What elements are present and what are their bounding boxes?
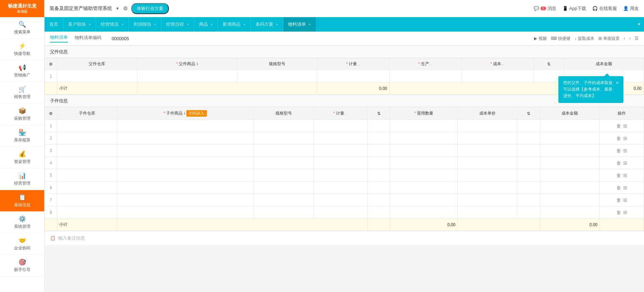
child-cell-req-qty-8[interactable] (390, 206, 457, 219)
copy-icon-7[interactable]: ⊞ (623, 197, 627, 203)
single-settings-btn[interactable]: ⊞ 单据设置 (598, 36, 620, 42)
nav-prev-icon[interactable]: ‹ (624, 36, 625, 41)
child-cell-unit-5[interactable] (313, 169, 367, 182)
parent-col-sort[interactable]: ⇅ (534, 58, 564, 70)
delete-icon-5[interactable]: 🗑 (616, 173, 621, 178)
child-cell-unit-2[interactable] (313, 132, 367, 144)
user-item[interactable]: 👤 用友 (623, 5, 639, 12)
shortcut-btn[interactable]: ⌨ 快捷键 (551, 36, 570, 42)
tab-ops-status[interactable]: 经营情况 × (96, 17, 128, 32)
child-cell-warehouse-4[interactable] (57, 157, 117, 169)
nav-next-icon[interactable]: › (629, 36, 631, 41)
child-cell-goods-2[interactable] (117, 132, 254, 144)
copy-icon-5[interactable]: ⊞ (623, 173, 627, 178)
sidebar-item-marketing[interactable]: 📢 营销推广 (0, 60, 44, 82)
tab-goods[interactable]: 商品 × (194, 17, 218, 32)
child-cell-goods-8[interactable] (117, 206, 254, 219)
child-cell-goods-4[interactable] (117, 157, 254, 169)
child-cell-spec-3[interactable] (254, 144, 314, 157)
child-cell-cost-unit-8[interactable] (458, 206, 518, 219)
trial-button[interactable]: 体验行业方案 (131, 3, 169, 14)
tab-new-goods[interactable]: 新增商品 × (218, 17, 250, 32)
child-cell-goods-5[interactable] (117, 169, 254, 182)
delete-icon-8[interactable]: 🗑 (616, 210, 621, 215)
child-cell-unit-7[interactable] (313, 194, 367, 206)
tab-customer-close[interactable]: × (89, 22, 91, 26)
child-cell-goods-1[interactable] (117, 120, 254, 132)
child-cell-unit-4[interactable] (313, 157, 367, 169)
child-cell-req-qty-7[interactable] (390, 194, 457, 206)
child-cell-unit-1[interactable] (313, 120, 367, 132)
parent-cell-spec-1[interactable] (237, 70, 317, 82)
child-cell-req-qty-1[interactable] (390, 120, 457, 132)
child-cell-cost-unit-3[interactable] (458, 144, 518, 157)
delete-icon-1[interactable]: 🗑 (616, 123, 621, 129)
parent-cell-production-1[interactable] (389, 70, 462, 82)
copy-icon-3[interactable]: ⊞ (623, 148, 627, 153)
parent-col-settings[interactable]: ⚙ (45, 58, 57, 70)
sidebar-item-basic-info[interactable]: 📋 基础信息 (0, 190, 44, 212)
child-cell-warehouse-5[interactable] (57, 169, 117, 182)
child-cell-req-qty-3[interactable] (390, 144, 457, 157)
sidebar-item-collab[interactable]: 🤝 企业协同 (0, 233, 44, 255)
delete-icon-7[interactable]: 🗑 (616, 197, 621, 203)
close-all-tabs[interactable]: × (634, 17, 644, 32)
child-col-settings[interactable]: ⚙ (45, 107, 57, 120)
child-cell-warehouse-6[interactable] (57, 182, 117, 194)
copy-icon-2[interactable]: ⊞ (623, 136, 627, 141)
child-cell-warehouse-1[interactable] (57, 120, 117, 132)
tooltip-close-btn[interactable]: × (616, 79, 619, 86)
child-cell-goods-6[interactable] (117, 182, 254, 194)
sidebar-item-operations[interactable]: 📊 经营管理 (0, 168, 44, 190)
online-service-item[interactable]: 🎧 在线客服 (592, 5, 617, 12)
child-cell-warehouse-8[interactable] (57, 206, 117, 219)
tab-biz-close[interactable]: × (187, 22, 189, 26)
sidebar-item-system[interactable]: ⚙️ 系统管理 (0, 212, 44, 233)
child-cell-spec-8[interactable] (254, 206, 314, 219)
app-download-item[interactable]: 📱 App下载 (562, 5, 586, 12)
tab-ops-close[interactable]: × (121, 22, 123, 26)
sidebar-item-purchase[interactable]: 📦 采购管理 (0, 104, 44, 125)
parent-cell-unit-1[interactable] (317, 70, 389, 82)
sidebar-item-search[interactable]: 🔍 搜索菜单 (0, 17, 44, 39)
sidebar-item-inventory[interactable]: 🏪 库存核算 (0, 125, 44, 147)
child-cell-cost-unit-6[interactable] (458, 182, 518, 194)
copy-icon-4[interactable]: ⊞ (623, 160, 627, 166)
parent-cell-goods-1[interactable] (137, 70, 237, 82)
tab-barcode-close[interactable]: × (276, 22, 278, 26)
child-col-sort2[interactable]: ⇅ (517, 107, 540, 120)
child-cell-spec-2[interactable] (254, 132, 314, 144)
tab-bom-close[interactable]: × (309, 22, 311, 26)
sidebar-item-guide[interactable]: 🎯 新手引导 (0, 255, 44, 277)
child-cell-cost-unit-4[interactable] (458, 157, 518, 169)
copy-icon-6[interactable]: ⊞ (623, 185, 627, 190)
sidebar-item-finance[interactable]: 💰 资金管理 (0, 147, 44, 168)
delete-icon-6[interactable]: 🗑 (616, 185, 621, 190)
tab-profit[interactable]: 利润报告 × (129, 17, 161, 32)
sub-tab-bom-code-label[interactable]: 物料清单编码 (75, 35, 101, 42)
sub-tab-bom-list[interactable]: 物料清单 (50, 34, 68, 43)
tab-bom[interactable]: 物料清单 × (283, 17, 316, 32)
child-cell-spec-6[interactable] (254, 182, 314, 194)
tab-home[interactable]: 首页 (45, 17, 63, 32)
tab-customer[interactable]: 客户联络 × (63, 17, 96, 32)
menu-icon[interactable]: ☰ (635, 36, 639, 41)
parent-cell-cost-1[interactable] (461, 70, 534, 82)
view-btn[interactable]: ▶ 视频 (534, 36, 547, 42)
child-col-sort[interactable]: ⇅ (368, 107, 390, 120)
delete-icon-2[interactable]: 🗑 (616, 136, 621, 141)
delete-icon-4[interactable]: 🗑 (616, 160, 621, 166)
child-cell-spec-1[interactable] (254, 120, 314, 132)
delete-icon-3[interactable]: 🗑 (616, 148, 621, 153)
sidebar-item-quick-nav[interactable]: ⚡ 快捷导航 (0, 39, 44, 60)
child-cell-warehouse-3[interactable] (57, 144, 117, 157)
copy-icon-8[interactable]: ⊞ (623, 210, 627, 215)
tab-biz-history[interactable]: 经营历程 × (161, 17, 194, 32)
child-cell-req-qty-4[interactable] (390, 157, 457, 169)
child-cell-warehouse-2[interactable] (57, 132, 117, 144)
child-cell-spec-4[interactable] (254, 157, 314, 169)
child-cell-unit-6[interactable] (313, 182, 367, 194)
settings-icon[interactable]: ⚙ (123, 5, 128, 12)
child-cell-req-qty-2[interactable] (390, 132, 457, 144)
extract-cost-btn[interactable]: ↓ 提取成本 (574, 36, 594, 42)
